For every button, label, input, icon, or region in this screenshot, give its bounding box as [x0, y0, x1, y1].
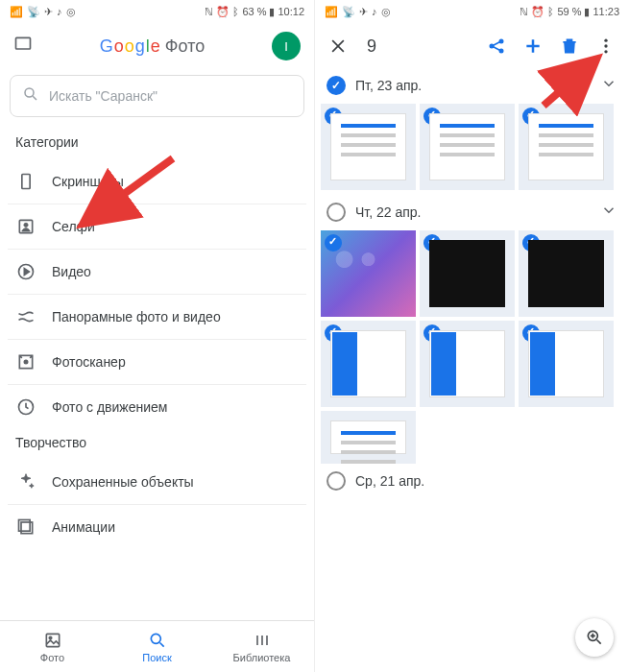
nav-label: Библиотека — [233, 652, 291, 663]
close-button[interactable] — [325, 33, 351, 60]
panorama-icon — [15, 306, 36, 327]
svg-point-14 — [151, 634, 160, 643]
date-group-1[interactable]: Пт, 23 апр. — [315, 69, 629, 102]
battery-percent: 59 % — [557, 6, 581, 17]
account-avatar[interactable]: I — [272, 32, 301, 60]
phone-icon — [15, 171, 36, 192]
svg-line-26 — [494, 42, 500, 45]
date-label: Пт, 23 апр. — [355, 78, 591, 93]
nfc-icon: ℕ — [520, 6, 528, 18]
photo-thumbnail[interactable] — [321, 321, 416, 407]
instagram-icon: ◎ — [66, 6, 76, 18]
status-bar: 📶 📡 ✈ ♪ ◎ ℕ ⏰ ᛒ 59 % ▮ 11:23 — [315, 0, 629, 23]
category-screenshots[interactable]: Скриншоты — [8, 159, 306, 204]
tiktok-icon: ♪ — [372, 6, 377, 17]
category-photoscan[interactable]: Фотосканер — [8, 340, 306, 385]
section-categories-title: Категории — [0, 129, 314, 159]
svg-line-27 — [494, 47, 500, 50]
animation-icon — [15, 516, 36, 538]
category-panorama[interactable]: Панорамные фото и видео — [8, 295, 306, 340]
telegram-icon: ✈ — [359, 6, 368, 18]
nav-search[interactable]: Поиск — [105, 621, 209, 672]
nav-label: Фото — [40, 652, 64, 663]
share-button[interactable] — [483, 33, 510, 60]
app-title: Google Фото — [100, 36, 205, 57]
svg-line-15 — [159, 642, 163, 646]
photo-thumbnail[interactable] — [321, 411, 416, 464]
alarm-icon: ⏰ — [531, 6, 544, 18]
wifi-icon: 📡 — [342, 6, 355, 18]
category-video[interactable]: Видео — [8, 250, 306, 295]
category-label: Селфи — [52, 219, 95, 234]
photo-thumbnail[interactable] — [321, 104, 416, 190]
date-group-3[interactable]: Ср, 21 апр. — [315, 466, 629, 496]
svg-point-1 — [25, 88, 34, 97]
date-checkbox[interactable] — [327, 471, 346, 491]
battery-icon: ▮ — [584, 6, 590, 18]
svg-point-31 — [604, 44, 607, 47]
photo-thumbnail[interactable] — [420, 104, 515, 190]
svg-point-5 — [24, 223, 28, 227]
svg-point-24 — [499, 39, 502, 42]
search-placeholder: Искать "Саранск" — [49, 88, 157, 104]
chevron-down-icon[interactable] — [600, 75, 617, 96]
category-label: Панорамные фото и видео — [52, 309, 221, 324]
date-label: Чт, 22 апр. — [355, 204, 591, 220]
category-motion[interactable]: Фото с движением — [8, 385, 306, 429]
creative-animations[interactable]: Анимации — [8, 505, 306, 549]
svg-rect-0 — [16, 37, 31, 49]
chevron-down-icon[interactable] — [600, 202, 617, 223]
category-label: Видео — [52, 264, 91, 279]
svg-point-25 — [499, 49, 502, 52]
search-input[interactable]: Искать "Саранск" — [10, 75, 304, 117]
nfc-icon: ℕ — [205, 6, 213, 18]
bluetooth-icon: ᛒ — [232, 6, 239, 17]
more-button[interactable] — [593, 33, 619, 60]
creative-label: Анимации — [52, 519, 115, 535]
svg-rect-12 — [46, 634, 59, 646]
messages-icon[interactable] — [13, 35, 33, 58]
person-icon — [15, 216, 36, 237]
search-icon — [22, 85, 39, 107]
date-label: Ср, 21 апр. — [355, 473, 617, 489]
nav-label: Поиск — [142, 652, 171, 663]
signal-icon: 📶 — [10, 6, 23, 18]
battery-percent: 63 % — [242, 6, 266, 17]
selection-count: 9 — [367, 36, 473, 57]
photo-thumbnail[interactable] — [321, 230, 416, 317]
status-bar: 📶 📡 ✈ ♪ ◎ ℕ ⏰ ᛒ 63 % ▮ 10:12 — [0, 0, 314, 23]
svg-point-13 — [49, 636, 52, 639]
date-checkbox[interactable] — [327, 203, 346, 222]
delete-button[interactable] — [556, 33, 583, 60]
photo-thumbnail[interactable] — [420, 321, 515, 407]
photo-thumbnail[interactable] — [519, 104, 614, 190]
bottom-nav: Фото Поиск Библиотека — [0, 620, 314, 672]
sparkle-icon — [15, 471, 36, 492]
category-label: Фото с движением — [52, 399, 167, 415]
nav-library[interactable]: Библиотека — [209, 621, 314, 672]
zoom-button[interactable] — [575, 618, 614, 657]
svg-line-2 — [33, 96, 36, 100]
photo-thumbnail[interactable] — [519, 230, 614, 317]
date-group-2[interactable]: Чт, 22 апр. — [315, 196, 629, 228]
creative-label: Сохраненные объекты — [52, 474, 194, 490]
category-selfie[interactable]: Селфи — [8, 204, 306, 250]
section-creative-title: Творчество — [0, 429, 314, 460]
category-label: Фотосканер — [52, 354, 126, 370]
photo-thumbnail[interactable] — [519, 321, 614, 407]
creative-saved[interactable]: Сохраненные объекты — [8, 460, 306, 505]
date-checkbox[interactable] — [327, 76, 346, 95]
instagram-icon: ◎ — [381, 6, 391, 18]
category-label: Скриншоты — [52, 174, 124, 189]
play-icon — [15, 261, 36, 282]
battery-icon: ▮ — [269, 6, 275, 18]
svg-point-23 — [490, 44, 493, 47]
add-button[interactable] — [520, 33, 546, 60]
nav-photos[interactable]: Фото — [0, 621, 105, 672]
photo-thumbnail[interactable] — [420, 230, 515, 317]
tiktok-icon: ♪ — [57, 6, 62, 17]
svg-rect-3 — [22, 175, 30, 189]
svg-point-8 — [24, 360, 27, 363]
signal-icon: 📶 — [325, 6, 338, 18]
svg-line-34 — [597, 640, 601, 644]
